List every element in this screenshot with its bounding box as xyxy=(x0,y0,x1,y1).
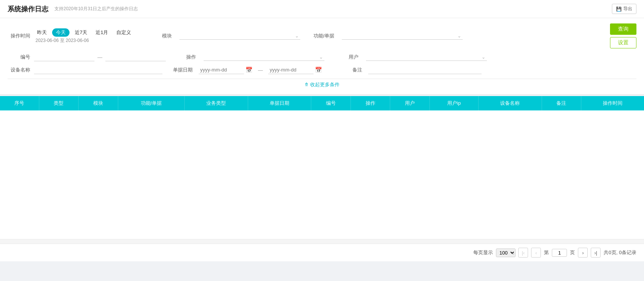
filter-row-2: 编号 — 操作 ⌄ 用户 ⌄ xyxy=(8,53,636,61)
date-to-wrapper: 📅 xyxy=(268,66,322,74)
first-page-button[interactable]: |‹ xyxy=(518,248,528,258)
page-title: 系统操作日志 xyxy=(8,5,48,14)
module-chevron-icon: ⌄ xyxy=(295,33,299,39)
user-select[interactable]: ⌄ xyxy=(366,53,487,61)
col-remark: 备注 xyxy=(542,96,581,110)
page-header: 系统操作日志 支持2020年10月31日之后产生的操作日志 💾 导出 xyxy=(0,0,644,18)
page-input[interactable] xyxy=(552,249,567,257)
export-button[interactable]: 💾 导出 xyxy=(612,4,636,14)
action-buttons: 查询 设置 xyxy=(610,23,636,48)
operation-input[interactable] xyxy=(205,54,319,60)
collapse-label: 收起更多条件 xyxy=(310,82,340,87)
number-label: 编号 xyxy=(8,54,34,61)
remark-input[interactable] xyxy=(368,66,482,74)
number-to-input[interactable] xyxy=(105,53,166,61)
col-user_ip: 用户ip xyxy=(429,96,478,110)
number-from-input[interactable] xyxy=(34,53,94,61)
time-btn-custom[interactable]: 自定义 xyxy=(113,28,134,37)
query-button[interactable]: 查询 xyxy=(610,23,636,35)
date-from-input[interactable] xyxy=(199,66,244,74)
func-select[interactable]: ⌄ xyxy=(342,32,463,40)
time-label: 操作时间 xyxy=(8,33,34,39)
table-header-row: 序号类型模块功能/单据业务类型单据日期编号操作用户用户ip设备名称备注操作时间 xyxy=(0,96,644,110)
collapse-icon: ⤊ xyxy=(304,82,309,87)
time-btn-yesterday[interactable]: 昨天 xyxy=(34,28,50,37)
time-buttons: 昨天 今天 近7天 近1月 自定义 xyxy=(34,28,134,37)
table-area: 序号类型模块功能/单据业务类型单据日期编号操作用户用户ip设备名称备注操作时间 xyxy=(0,96,644,239)
per-page-label: 每页显示 xyxy=(473,249,493,256)
col-operation: 操作 xyxy=(351,96,390,110)
page-label: 第 xyxy=(544,249,549,256)
calendar-from-icon[interactable]: 📅 xyxy=(246,67,253,73)
pagination-bar: 每页显示 100 10 20 50 200 ⌄ |‹ ‹ 第 页 › ›| 共0… xyxy=(0,244,644,261)
module-select[interactable]: ⌄ xyxy=(179,32,300,40)
module-label: 模块 xyxy=(149,33,176,39)
func-label: 功能/单据 xyxy=(312,33,338,39)
func-input[interactable] xyxy=(343,33,457,39)
number-dash: — xyxy=(97,54,102,60)
date-dash: — xyxy=(258,67,263,73)
func-chevron-icon: ⌄ xyxy=(457,33,461,39)
col-type: 类型 xyxy=(39,96,78,110)
operation-select[interactable]: ⌄ xyxy=(204,53,324,61)
time-btn-last1m[interactable]: 近1月 xyxy=(93,28,111,37)
filter-area: 操作时间 昨天 今天 近7天 近1月 自定义 2023-06-06 至 2023… xyxy=(0,18,644,95)
col-user: 用户 xyxy=(390,96,429,110)
time-range-text: 2023-06-06 至 2023-06-06 xyxy=(36,37,134,44)
page-subtitle: 支持2020年10月31日之后产生的操作日志 xyxy=(54,6,138,12)
operation-label: 操作 xyxy=(173,54,200,61)
operation-chevron-icon: ⌄ xyxy=(319,54,323,60)
col-biz_type: 业务类型 xyxy=(185,96,248,110)
col-module: 模块 xyxy=(79,96,118,110)
device-label: 设备名称 xyxy=(8,67,34,73)
table-header: 序号类型模块功能/单据业务类型单据日期编号操作用户用户ip设备名称备注操作时间 xyxy=(0,96,644,110)
time-btn-today[interactable]: 今天 xyxy=(52,28,69,37)
collapse-bar[interactable]: ⤊ 收起更多条件 xyxy=(8,79,636,90)
col-device: 设备名称 xyxy=(478,96,542,110)
filter-row-3: 设备名称 单据日期 📅 — 📅 备注 xyxy=(8,66,636,74)
col-doc_date: 单据日期 xyxy=(248,96,311,110)
time-btn-last7[interactable]: 近7天 xyxy=(72,28,90,37)
page-unit: 页 xyxy=(570,249,575,256)
prev-page-button[interactable]: ‹ xyxy=(531,248,541,258)
date-to-input[interactable] xyxy=(268,66,314,74)
remark-label: 备注 xyxy=(340,67,366,73)
data-table: 序号类型模块功能/单据业务类型单据日期编号操作用户用户ip设备名称备注操作时间 xyxy=(0,96,644,110)
export-icon: 💾 xyxy=(616,6,622,12)
user-input[interactable] xyxy=(368,54,482,60)
date-label: 单据日期 xyxy=(170,67,196,73)
total-info: 共0页, 0条记录 xyxy=(604,249,636,256)
user-chevron-icon: ⌄ xyxy=(482,54,485,60)
col-func: 功能/单据 xyxy=(118,96,184,110)
calendar-to-icon[interactable]: 📅 xyxy=(315,67,322,73)
device-input[interactable] xyxy=(34,66,162,74)
empty-area xyxy=(0,110,644,239)
per-page-select[interactable]: 100 10 20 50 200 xyxy=(496,248,516,257)
next-page-button[interactable]: › xyxy=(578,248,588,258)
date-from-wrapper: 📅 xyxy=(199,66,253,74)
col-number: 编号 xyxy=(311,96,351,110)
horizontal-scrollbar[interactable] xyxy=(0,239,644,244)
user-label: 用户 xyxy=(336,54,362,61)
last-page-button[interactable]: ›| xyxy=(591,248,601,258)
col-seq: 序号 xyxy=(0,96,39,110)
module-input[interactable] xyxy=(181,33,295,39)
filter-row-1: 操作时间 昨天 今天 近7天 近1月 自定义 2023-06-06 至 2023… xyxy=(8,23,636,48)
settings-button[interactable]: 设置 xyxy=(610,37,636,48)
col-op_time: 操作时间 xyxy=(581,96,644,110)
